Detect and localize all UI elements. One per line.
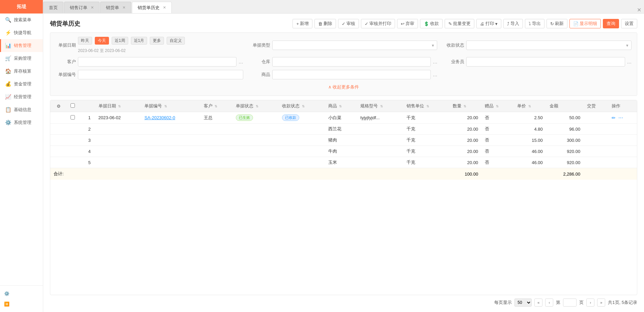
- page-prev-btn[interactable]: ‹: [545, 298, 553, 307]
- sidebar-item-search-menu[interactable]: 🔍 搜索菜单: [0, 14, 43, 26]
- sidebar-item-purchase-mgmt[interactable]: 🛒 采购管理: [0, 52, 43, 65]
- tab-sales-history[interactable]: 销货单历史 ✕: [132, 2, 172, 13]
- col-settings[interactable]: ⚙: [50, 100, 67, 112]
- tab-close-sales-order[interactable]: ✕: [91, 5, 94, 10]
- import-button[interactable]: ⤴ 导入: [503, 19, 523, 28]
- per-page-select[interactable]: 50 100: [514, 298, 532, 307]
- goods-input[interactable]: [272, 70, 431, 79]
- sort-goods[interactable]: ⇅: [339, 104, 342, 108]
- collapse-more-conditions[interactable]: ∧ 收起更多条件: [56, 83, 632, 92]
- sort-price[interactable]: ⇅: [528, 104, 531, 108]
- sidebar-bottom-settings[interactable]: ⚙️: [0, 288, 43, 299]
- row-doc-status: 已生效: [232, 112, 279, 124]
- date-yesterday[interactable]: 昨天: [78, 37, 92, 45]
- row-doc-date: [95, 124, 141, 135]
- sort-spec[interactable]: ⇅: [380, 104, 383, 108]
- sidebar-logo: 拓堤: [0, 0, 43, 14]
- row-customer: [200, 135, 233, 146]
- batch-change-icon: ✎: [448, 21, 452, 26]
- doc-no-input[interactable]: [78, 70, 243, 79]
- date-last7[interactable]: 近1周: [112, 37, 128, 45]
- select-all-checkbox[interactable]: [71, 103, 75, 108]
- batch-change-button[interactable]: ✎ 批量变更: [445, 19, 474, 28]
- filter-doc-type: 单据类型 ▾: [250, 41, 438, 50]
- sidebar-item-system[interactable]: ⚙️ 系统管理: [0, 116, 43, 129]
- doc-type-select[interactable]: ▾: [272, 41, 438, 50]
- total-info: 共1页, 5条记录: [608, 300, 637, 306]
- date-today[interactable]: 今天: [95, 37, 109, 45]
- close-all-tabs[interactable]: ✕: [637, 7, 641, 13]
- sort-doc-status[interactable]: ⇅: [256, 104, 258, 108]
- tab-close-sales-history[interactable]: ✕: [163, 5, 166, 10]
- sidebar-item-inventory[interactable]: 🏠 库存核算: [0, 65, 43, 78]
- export-button[interactable]: ⤵ 导出: [525, 19, 544, 28]
- page-next-btn[interactable]: ›: [586, 298, 594, 307]
- add-button[interactable]: + 新增: [292, 19, 312, 28]
- page-input[interactable]: 1: [563, 298, 577, 307]
- gear-icon: ⚙️: [5, 120, 11, 126]
- warehouse-input[interactable]: [272, 57, 431, 67]
- page-last-btn[interactable]: »: [597, 298, 605, 307]
- sort-qty[interactable]: ⇅: [464, 104, 466, 108]
- sort-gift[interactable]: ⇅: [496, 104, 499, 108]
- sidebar-item-finance[interactable]: 💰 资金管理: [0, 78, 43, 90]
- row-check[interactable]: [71, 115, 75, 120]
- filter-date: 单据日期 昨天 今天 近1周 近1月 更多 自定义 2023-06-02 至 2…: [56, 37, 243, 54]
- sidebar-item-quick-nav[interactable]: ⚡ 快捷导航: [0, 26, 43, 39]
- sidebar-item-operations[interactable]: 📈 经营管理: [0, 90, 43, 103]
- column-settings-icon[interactable]: ⚙: [57, 104, 61, 109]
- date-last1m[interactable]: 近1月: [131, 37, 147, 45]
- sort-unit[interactable]: ⇅: [426, 104, 429, 108]
- tab-sales-order[interactable]: 销售订单 ✕: [64, 2, 100, 13]
- sort-customer[interactable]: ⇅: [215, 104, 217, 108]
- refresh-button[interactable]: ↻ 刷新: [547, 19, 567, 28]
- pause-icon: ⏸️: [4, 302, 9, 307]
- sidebar-item-label: 搜索菜单: [14, 17, 31, 23]
- customer-input[interactable]: [78, 57, 236, 67]
- row-settings: [50, 112, 67, 124]
- row-price: 15.00: [514, 135, 546, 146]
- sales-person-dots[interactable]: ...: [627, 59, 632, 64]
- approve-button[interactable]: ✓ 审核: [338, 19, 359, 28]
- tab-sales-delivery[interactable]: 销货单 ✕: [100, 2, 131, 13]
- show-details-button[interactable]: 📄 显示明细: [569, 19, 601, 28]
- date-range: 2023-06-02 至 2023-06-02: [78, 48, 243, 54]
- settings-button[interactable]: 设置: [621, 19, 637, 28]
- date-more[interactable]: 更多: [150, 37, 164, 45]
- payment-status-select[interactable]: ▾: [466, 41, 632, 50]
- row-action: ✏ ⋯: [608, 112, 637, 124]
- sort-doc-no[interactable]: ⇅: [164, 104, 167, 108]
- filter-payment-status: 收款状态 ▾: [444, 41, 632, 50]
- row-gift: 否: [481, 124, 514, 135]
- date-custom[interactable]: 自定义: [167, 37, 185, 45]
- row-checkbox: [67, 135, 85, 146]
- tab-home[interactable]: 首页: [43, 2, 63, 13]
- doc-type-label: 单据类型: [250, 42, 270, 48]
- print-button[interactable]: 🖨 打印 ▾: [476, 19, 501, 28]
- col-checkbox: [67, 100, 85, 112]
- order-link[interactable]: SA-20230602-0: [144, 115, 175, 120]
- discard-button[interactable]: ↩ 弃审: [397, 19, 418, 28]
- row-qty: 20.00: [449, 112, 482, 124]
- page-first-btn[interactable]: «: [534, 298, 542, 307]
- sort-payment-status[interactable]: ⇅: [302, 104, 305, 108]
- sidebar-bottom-pause[interactable]: ⏸️: [0, 299, 43, 309]
- query-button[interactable]: 查询: [603, 19, 619, 28]
- goods-dots[interactable]: ...: [433, 72, 437, 77]
- edit-icon[interactable]: ✏: [612, 115, 616, 121]
- approve-print-button[interactable]: ✓ 审核并打印: [361, 19, 395, 28]
- more-icon[interactable]: ⋯: [618, 115, 623, 121]
- sidebar-item-basic-info[interactable]: 📋 基础信息: [0, 103, 43, 116]
- delete-button[interactable]: 🗑 删除: [314, 19, 336, 28]
- sales-person-input[interactable]: [466, 57, 625, 67]
- customer-dots[interactable]: ...: [239, 59, 243, 64]
- table-row: 2 西兰花 千克 20.00 否 4.80 96.00: [50, 124, 637, 135]
- payment-status-label: 收款状态: [444, 42, 464, 48]
- row-action: [608, 146, 637, 157]
- collect-button[interactable]: 💲 收款: [420, 19, 443, 28]
- sidebar-item-sales-mgmt[interactable]: 📊 销售管理: [0, 39, 43, 52]
- tab-close-sales-delivery[interactable]: ✕: [122, 5, 125, 10]
- warehouse-dots[interactable]: ...: [433, 59, 437, 64]
- sort-doc-date[interactable]: ⇅: [118, 104, 121, 108]
- sidebar-item-label: 快捷导航: [14, 30, 31, 36]
